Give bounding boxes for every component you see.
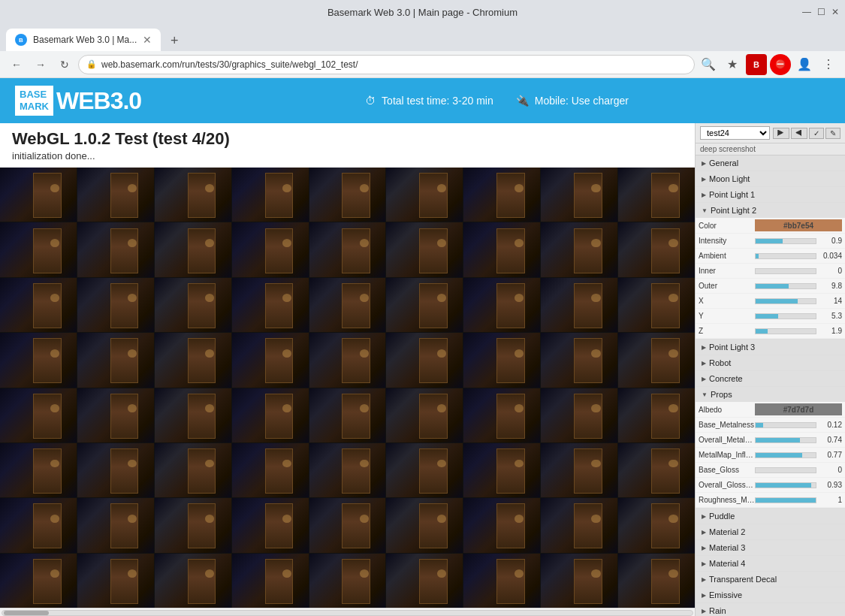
section-puddle-header[interactable]: ▶ Puddle: [696, 509, 845, 524]
new-tab-button[interactable]: +: [164, 30, 185, 51]
time-label: Total test time: 3-20 min: [382, 95, 493, 107]
frame-cell: [618, 333, 695, 387]
section-emissive-header[interactable]: ▶ Emissive: [696, 587, 845, 602]
menu-button[interactable]: ⋮: [818, 54, 839, 75]
close-icon[interactable]: ✕: [831, 7, 839, 17]
pl2-row-value-1: 0.034: [818, 252, 842, 260]
pl2-row-label-1: Ambient: [699, 252, 755, 260]
bookmark-button[interactable]: ★: [722, 54, 743, 75]
pl2-slider-container-4: 14: [755, 297, 842, 305]
props-slider-0[interactable]: [755, 422, 816, 428]
frame-cell: [77, 168, 154, 222]
pl2-row-value-0: 0.9: [818, 237, 842, 245]
pl2-slider-1[interactable]: [755, 253, 816, 259]
props-row-label-5: Roughness_Ma...: [699, 496, 755, 504]
logo-box: BASEMARK: [15, 86, 53, 115]
pl2-slider-row: Ambient 0.034: [696, 249, 845, 264]
props-slider-row: Overall_Metaln... 0.74: [696, 433, 845, 448]
preset-buttons: ⯈ ⯇ ✓ ✎: [773, 128, 840, 139]
preset-btn-1[interactable]: ⯈: [773, 128, 789, 139]
pl2-slider-3[interactable]: [755, 283, 816, 289]
triangle-icon-pl3: ▶: [702, 344, 706, 351]
extension-icon-2[interactable]: ⛔: [770, 54, 791, 75]
props-slider-5[interactable]: [755, 497, 816, 503]
search-button[interactable]: 🔍: [698, 54, 719, 75]
frame-cell: [541, 388, 617, 442]
pl2-slider-6[interactable]: [755, 328, 816, 334]
forward-button[interactable]: →: [30, 54, 51, 75]
frame-cell: [386, 443, 463, 497]
reload-button[interactable]: ↻: [54, 54, 75, 75]
props-row-value-1: 0.74: [818, 436, 842, 444]
frame-cell: [0, 554, 77, 608]
frame-cell: [232, 168, 309, 222]
frame-cell: [77, 498, 154, 552]
frame-cell: [77, 443, 154, 497]
section-point-light-3-label: Point Light 3: [709, 343, 755, 352]
props-slider-2[interactable]: [755, 452, 816, 458]
frame-cell: [155, 168, 231, 222]
extension-icon-1[interactable]: B: [746, 54, 767, 75]
section-material-4-header[interactable]: ▶ Material 4: [696, 556, 845, 571]
pl2-slider-2[interactable]: [755, 268, 816, 274]
preset-btn-4[interactable]: ✎: [825, 128, 840, 139]
section-material-4: ▶ Material 4: [696, 556, 845, 572]
address-bar[interactable]: 🔒 web.basemark.com/run/tests/30/graphics…: [78, 55, 695, 74]
section-point-light-1: ▶ Point Light 1: [696, 187, 845, 203]
frame-cell: [386, 278, 463, 332]
props-slider-1[interactable]: [755, 437, 816, 443]
pl2-slider-0[interactable]: [755, 238, 816, 244]
minimize-icon[interactable]: —: [802, 7, 811, 17]
section-general-header[interactable]: ▶ General: [696, 156, 845, 171]
preset-select[interactable]: test24: [700, 126, 770, 140]
section-point-light-1-header[interactable]: ▶ Point Light 1: [696, 187, 845, 202]
account-button[interactable]: 👤: [794, 54, 815, 75]
pl2-slider-4[interactable]: [755, 298, 816, 304]
pl2-slider-row: Inner 0: [696, 264, 845, 279]
section-material-3-header[interactable]: ▶ Material 3: [696, 540, 845, 555]
section-robot-header[interactable]: ▶ Robot: [696, 355, 845, 370]
pl2-slider-row: X 14: [696, 294, 845, 309]
pl2-row-value-5: 5.3: [818, 312, 842, 320]
section-props-label: Props: [711, 390, 732, 399]
props-slider-row: Base_Gloss 0: [696, 463, 845, 478]
triangle-icon-mat3: ▶: [702, 545, 706, 551]
mobile-label: Mobile: Use charger: [535, 95, 629, 107]
props-slider-4[interactable]: [755, 482, 816, 488]
preset-btn-3[interactable]: ✓: [809, 128, 824, 139]
nav-bar: ← → ↻ 🔒 web.basemark.com/run/tests/30/gr…: [0, 51, 845, 78]
section-transparent-decal-header[interactable]: ▶ Transparent Decal: [696, 572, 845, 587]
section-props-header[interactable]: ▼ Props: [696, 387, 845, 402]
pl2-slider-5[interactable]: [755, 313, 816, 319]
frame-cell: [309, 168, 386, 222]
bottom-scrollbar[interactable]: [0, 608, 695, 616]
frame-cell: [309, 222, 386, 276]
back-button[interactable]: ←: [6, 54, 27, 75]
frame-cell: [0, 498, 77, 552]
section-point-light-3-header[interactable]: ▶ Point Light 3: [696, 340, 845, 355]
tab-close-button[interactable]: ✕: [143, 34, 152, 46]
section-point-light-2-header[interactable]: ▼ Point Light 2: [696, 203, 845, 218]
main-area: WebGL 1.0.2 Test (test 4/20) initializat…: [0, 123, 845, 616]
frame-cell: [155, 443, 231, 497]
window-controls: — ☐ ✕: [802, 7, 839, 17]
frame-cell: [0, 443, 77, 497]
albedo-swatch[interactable]: #7d7d7d: [755, 403, 842, 415]
frame-cell: [77, 333, 154, 387]
props-slider-row: Roughness_Ma... 1: [696, 493, 845, 508]
triangle-icon-td: ▶: [702, 576, 706, 583]
section-concrete-header[interactable]: ▶ Concrete: [696, 371, 845, 386]
section-rain-header[interactable]: ▶ Rain: [696, 603, 845, 616]
frame-cell: [463, 168, 540, 222]
active-tab[interactable]: B Basemark Web 3.0 | Ma... ✕: [6, 29, 161, 51]
section-moon-light-header[interactable]: ▶ Moon Light: [696, 171, 845, 186]
props-slider-3[interactable]: [755, 467, 816, 473]
triangle-icon-rain: ▶: [702, 608, 706, 614]
restore-icon[interactable]: ☐: [817, 7, 825, 17]
pl2-row-label-5: Y: [699, 312, 755, 320]
triangle-icon-robot: ▶: [702, 360, 706, 367]
section-material-2-header[interactable]: ▶ Material 2: [696, 524, 845, 539]
pl2-row-label-4: X: [699, 297, 755, 305]
color-swatch-pl2[interactable]: #bb7e54: [755, 219, 842, 231]
preset-btn-2[interactable]: ⯇: [791, 128, 807, 139]
